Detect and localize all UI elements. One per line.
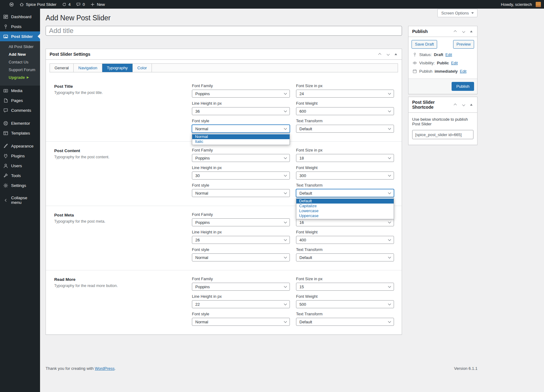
shortcode-box: Post Slider Shortcode Use below shortcod… (408, 97, 477, 145)
wordpress-logo-menu[interactable] (9, 2, 14, 7)
font-family-select[interactable]: Poppins (192, 218, 290, 226)
sidebar-item-elementor[interactable]: Elementor (0, 118, 40, 128)
line-height-select[interactable]: 36 (192, 107, 290, 115)
comments-menu[interactable]: 0 (76, 2, 85, 7)
tab-navigation[interactable]: Navigation (74, 64, 102, 72)
tab-typography[interactable]: Typography (102, 64, 133, 72)
font-style-select[interactable]: Normal (192, 318, 290, 326)
dropdown-option-default[interactable]: Default (296, 199, 394, 204)
sidebar-item-templates[interactable]: Templates (0, 128, 40, 138)
sidebar-item-tools[interactable]: Tools (0, 171, 40, 180)
sidebar-item-posts[interactable]: Posts (0, 22, 40, 31)
dropdown-option-normal[interactable]: Normal (192, 134, 290, 139)
shortcode-description: Use below shortcode to publish Post Slid… (412, 117, 473, 126)
site-name-menu[interactable]: Spice Post Slider (19, 2, 56, 7)
camera-icon (3, 88, 8, 93)
updates-icon (62, 2, 67, 7)
settings-tabs: General Navigation Typography Color (50, 63, 398, 72)
font-size-select[interactable]: 18 (296, 154, 394, 162)
text-transform-select[interactable]: Default (296, 318, 394, 326)
updates-menu[interactable]: 4 (62, 2, 71, 7)
font-size-select[interactable]: 16 (296, 218, 394, 226)
sidebar-subitem-support-forum[interactable]: Support Forum (0, 66, 40, 74)
font-weight-select[interactable]: 400 (296, 236, 394, 244)
toggle-panel-button[interactable] (394, 52, 398, 56)
handle-actions (453, 103, 477, 107)
move-up-button[interactable] (453, 29, 457, 34)
toggle-panel-button[interactable] (469, 29, 473, 34)
font-family-select[interactable]: Poppins (192, 154, 290, 162)
screen-options-button[interactable]: Screen Options (437, 9, 477, 17)
howdy-account-menu[interactable]: Howdy, scientech (501, 2, 541, 7)
font-style-select[interactable]: Normal (192, 125, 290, 133)
shortcode-input[interactable] (412, 130, 473, 139)
move-up-button[interactable] (453, 103, 457, 107)
dashboard-icon (3, 14, 8, 19)
text-transform-select[interactable]: Default (296, 125, 394, 133)
dropdown-option-italic[interactable]: Italic (192, 139, 290, 144)
new-content-menu[interactable]: New (90, 2, 105, 7)
wordpress-link[interactable]: WordPress (95, 366, 115, 371)
collapse-menu-button[interactable]: Collapse menu (0, 193, 40, 207)
font-weight-select[interactable]: 500 (296, 300, 394, 308)
publish-time-row: Publish immediately Edit (412, 69, 473, 74)
font-weight-select[interactable]: 600 (296, 107, 394, 115)
chevron-down-icon (284, 109, 287, 112)
sidebar-subitem-add-new[interactable]: Add New (0, 51, 40, 58)
move-up-button[interactable] (378, 52, 382, 56)
font-size-select[interactable]: 24 (296, 90, 394, 98)
font-family-select[interactable]: Poppins (192, 283, 290, 291)
font-size-control: Font Size in px 18 (296, 148, 394, 162)
misc-publishing-actions: Status: Draft Edit Visibility: Public Ed… (408, 52, 477, 79)
howdy-label: Howdy, scientech (501, 2, 532, 7)
text-transform-select[interactable]: Default (296, 253, 394, 261)
sidebar-subitem-contact-us[interactable]: Contact Us (0, 58, 40, 66)
line-height-select[interactable]: 30 (192, 172, 290, 180)
sidebar-item-users[interactable]: Users (0, 161, 40, 171)
font-family-select[interactable]: Poppins (192, 90, 290, 98)
pin-icon (412, 52, 417, 57)
new-label: New (97, 2, 105, 7)
handle-actions (378, 52, 402, 56)
sidebar-subitem-all-post-slider[interactable]: All Post Slider (0, 43, 40, 51)
publish-button[interactable]: Publish (452, 82, 474, 91)
save-draft-button[interactable]: Save Draft (412, 40, 437, 49)
sidebar-item-plugins[interactable]: Plugins (0, 151, 40, 161)
move-down-button[interactable] (461, 103, 465, 107)
section-title: Post Meta (54, 213, 183, 217)
sidebar-item-dashboard[interactable]: Dashboard (0, 12, 40, 22)
edit-status-link[interactable]: Edit (445, 53, 452, 57)
sidebar-item-media[interactable]: Media (0, 86, 40, 95)
dropdown-option-lowercase[interactable]: Lowercase (296, 208, 394, 213)
eye-icon (412, 61, 417, 66)
admin-sidebar: Dashboard Posts Post Slider All Post Sli… (0, 9, 40, 392)
sidebar-item-comments[interactable]: Comments (0, 105, 40, 115)
post-title-input[interactable] (46, 26, 402, 36)
sidebar-subitem-upgrade[interactable]: Upgrade ▶ (0, 74, 40, 81)
preview-button[interactable]: Preview (453, 40, 474, 49)
sidebar-item-post-slider[interactable]: Post Slider (0, 31, 40, 41)
tab-color[interactable]: Color (133, 64, 152, 72)
line-height-select[interactable]: 26 (192, 236, 290, 244)
font-weight-select[interactable]: 300 (296, 172, 394, 180)
toggle-panel-button[interactable] (469, 103, 473, 107)
sidebar-item-appearance[interactable]: Appearance (0, 141, 40, 151)
edit-visibility-link[interactable]: Edit (451, 61, 458, 65)
chevron-down-icon (388, 156, 391, 159)
move-down-button[interactable] (386, 52, 390, 56)
edit-publish-time-link[interactable]: Edit (460, 69, 467, 74)
sidebar-item-settings[interactable]: Settings (0, 180, 40, 190)
line-height-control: Line Height in px 36 (192, 101, 290, 115)
font-style-select[interactable]: Normal (192, 253, 290, 261)
move-down-button[interactable] (461, 29, 465, 34)
tab-general[interactable]: General (50, 64, 74, 72)
dropdown-option-uppercase[interactable]: Uppercase (296, 213, 394, 218)
dropdown-option-capitalize[interactable]: Capitalize (296, 204, 394, 208)
font-weight-control: Font Weight 400 (296, 230, 394, 244)
text-transform-select[interactable]: Default (296, 189, 394, 197)
font-style-select[interactable]: Normal (192, 189, 290, 197)
publish-box-title: Publish (408, 26, 432, 37)
line-height-select[interactable]: 22 (192, 300, 290, 308)
font-size-select[interactable]: 15 (296, 283, 394, 291)
sidebar-item-pages[interactable]: Pages (0, 95, 40, 105)
